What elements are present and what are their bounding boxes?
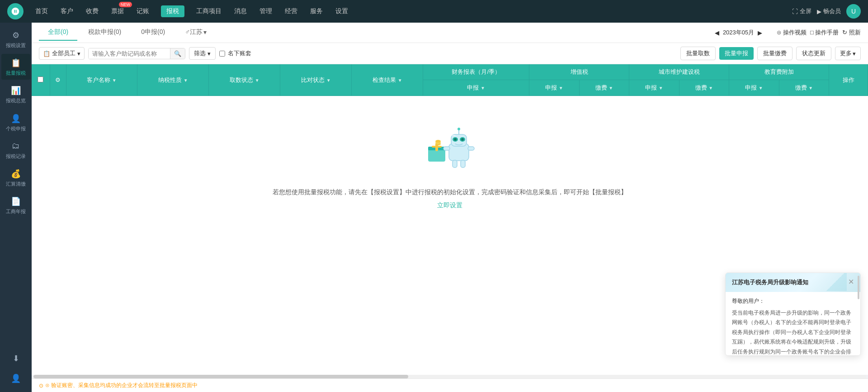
sidebar-item-label: 报税设置 [6, 43, 26, 48]
month-section: ◀ 2023年05月 ▶ [708, 29, 769, 37]
filter-icon[interactable]: ▼ [326, 78, 331, 83]
prev-month-button[interactable]: ◀ [715, 29, 719, 36]
notice-scrollbar[interactable] [857, 273, 859, 355]
tab-tax-declare[interactable]: 税款申报(0) [79, 24, 130, 41]
notice-title: 江苏电子税务局升级影响通知 [732, 278, 808, 287]
sidebar-item-personal-tax[interactable]: 👤 个税申报 [1, 110, 30, 135]
sidebar-item-tax-records[interactable]: 🗂 报税记录 [1, 137, 30, 163]
notice-popup: 江苏电子税务局升级影响通知 ✕ 尊敬的用户： 受当前电子税务局进一步升级的影响，… [725, 272, 861, 356]
svg-point-13 [454, 138, 457, 141]
filter-icon[interactable]: ▼ [759, 86, 763, 91]
education-fee-header: 教育费附加 [729, 64, 829, 80]
filter-icon[interactable]: ▼ [112, 78, 117, 83]
nav-billing[interactable]: 收费 [85, 5, 99, 17]
sidebar-item-batch-tax[interactable]: 📋 批量报税 [1, 54, 30, 80]
search-wrap: 🔍 [88, 48, 185, 59]
filter-button[interactable]: 筛选 ▾ [189, 47, 216, 60]
bottom-bar: ⊙ ⊙ 验证账密、采集信息均成功的企业才会流转至批量报税页面中 [32, 378, 868, 392]
nav-business[interactable]: 工商项目 [195, 5, 222, 17]
sidebar-item-label: 批量报税 [6, 70, 26, 76]
chevron-down-icon: ▾ [208, 50, 211, 57]
filter-icon[interactable]: ▼ [481, 86, 485, 91]
member-button[interactable]: ▶ 畅会员 [817, 7, 841, 15]
sidebar-item-settlement[interactable]: 💰 汇算清缴 [1, 165, 30, 191]
filter-icon[interactable]: ▼ [184, 78, 188, 83]
search-input[interactable] [89, 48, 170, 59]
filter-bar: 📋 全部员工 ▾ 🔍 筛选 ▾ 名下账套 批量取数 批量申报 批量缴费 状态更新 [32, 43, 868, 64]
warning-icon: ⊙ [39, 382, 43, 389]
next-month-button[interactable]: ▶ [758, 29, 762, 36]
svg-rect-15 [443, 147, 450, 150]
tab-zero-declare[interactable]: 0申报(0) [132, 24, 174, 41]
filter-icon[interactable]: ▼ [808, 86, 813, 91]
nav-accounting[interactable]: 记账 [136, 5, 150, 17]
filter-icon[interactable]: ▼ [398, 78, 402, 83]
operation-manual-button[interactable]: □ 操作手册 [810, 29, 839, 37]
personal-tax-icon: 👤 [10, 113, 21, 124]
tab-section: 全部(0) 税款申报(0) 0申报(0) ♂江苏 ▾ [32, 23, 708, 43]
filter-icon[interactable]: ▼ [609, 86, 613, 91]
fullscreen-button[interactable]: ⛶ 全屏 [792, 7, 811, 15]
filter-icon[interactable]: ▼ [255, 78, 259, 83]
chevron-down-icon: ▾ [203, 29, 207, 36]
toolbar-actions: ⊙ 操作视频 □ 操作手册 ↻ 照新 [769, 29, 868, 37]
edu-declare-subheader: 申报 ▼ [729, 80, 779, 96]
avatar[interactable]: U [846, 4, 861, 19]
sub-account-checkbox[interactable]: 名下账套 [219, 49, 251, 57]
employee-select[interactable]: 📋 全部员工 ▾ [39, 47, 85, 60]
download-icon[interactable]: ⬇ [8, 350, 24, 367]
svg-point-10 [458, 128, 460, 130]
user-icon[interactable]: 👤 [8, 370, 24, 387]
nav-customer[interactable]: 客户 [60, 5, 74, 17]
nav-invoice[interactable]: 票据 NEW [110, 5, 125, 17]
top-nav-right: ⛶ 全屏 ▶ 畅会员 U [792, 4, 861, 19]
batch-pay-button[interactable]: 批量缴费 [757, 47, 793, 60]
left-sidebar: ⚙ 报税设置 📋 批量报税 📊 报税总览 👤 个税申报 🗂 报税记录 💰 汇算清… [0, 23, 32, 392]
vat-pay-subheader: 缴费 ▼ [579, 80, 629, 96]
sidebar-item-label: 工商年报 [6, 209, 26, 215]
gear-col-header: ⚙ [50, 64, 66, 96]
filter-icon[interactable]: ▼ [559, 86, 563, 91]
empty-state: 若您想使用批量报税功能，请先在【报税设置】中进行报税的初始化设置，完成密码验证和… [32, 96, 868, 237]
table-header-row: ⚙ 客户名称 ▼ 纳税性质 ▼ 取数状态 ▼ [32, 64, 868, 80]
setup-link[interactable]: 立即设置 [437, 201, 462, 210]
batch-fetch-button[interactable]: 批量取数 [680, 47, 716, 60]
chevron-down-icon: ▾ [853, 50, 856, 57]
sub-account-checkbox-input[interactable] [219, 51, 225, 57]
search-button[interactable]: 🔍 [170, 48, 185, 59]
select-all-checkbox[interactable] [38, 76, 43, 82]
nav-home[interactable]: 首页 [34, 5, 49, 17]
nav-manage[interactable]: 管理 [259, 5, 273, 17]
nav-tax[interactable]: 报税 [161, 5, 184, 17]
sidebar-item-annual-report[interactable]: 📄 工商年报 [1, 192, 30, 218]
operation-video-button[interactable]: ⊙ 操作视频 [777, 29, 807, 37]
more-button[interactable]: 更多 ▾ [835, 47, 861, 60]
annual-report-icon: 📄 [10, 196, 21, 207]
nav-settings[interactable]: 设置 [335, 5, 349, 17]
tab-jiangsu[interactable]: ♂江苏 ▾ [176, 24, 216, 41]
filter-icon[interactable]: ▼ [659, 86, 663, 91]
sidebar-item-label: 报税记录 [6, 153, 26, 159]
tax-overview-icon: 📊 [10, 85, 21, 96]
batch-declare-button[interactable]: 批量申报 [719, 47, 754, 60]
refresh-button[interactable]: ↻ 照新 [842, 29, 861, 37]
sidebar-bottom: ⬇ 👤 [8, 350, 24, 392]
h-scrollbar-thumb [33, 375, 408, 378]
app-logo[interactable] [7, 3, 24, 19]
filter-icon[interactable]: ▼ [708, 86, 713, 91]
sidebar-item-tax-settings[interactable]: ⚙ 报税设置 [1, 26, 30, 52]
status-update-button[interactable]: 状态更新 [796, 47, 831, 60]
new-badge: NEW [119, 2, 132, 7]
settlement-icon: 💰 [10, 168, 21, 179]
nav-service[interactable]: 服务 [309, 5, 324, 17]
close-button[interactable]: ✕ [848, 278, 854, 286]
h-scrollbar[interactable] [33, 375, 866, 378]
sidebar-item-tax-overview[interactable]: 📊 报税总览 [1, 81, 30, 107]
city-pay-subheader: 缴费 ▼ [679, 80, 729, 96]
notice-greet: 尊敬的用户： [732, 296, 854, 306]
nav-operations[interactable]: 经营 [284, 5, 298, 17]
tab-all[interactable]: 全部(0) [39, 24, 77, 41]
empty-state-row: 若您想使用批量报税功能，请先在【报税设置】中进行报税的初始化设置，完成密码验证和… [32, 96, 868, 237]
nav-message[interactable]: 消息 [233, 5, 248, 17]
data-table: ⚙ 客户名称 ▼ 纳税性质 ▼ 取数状态 ▼ [32, 64, 868, 237]
